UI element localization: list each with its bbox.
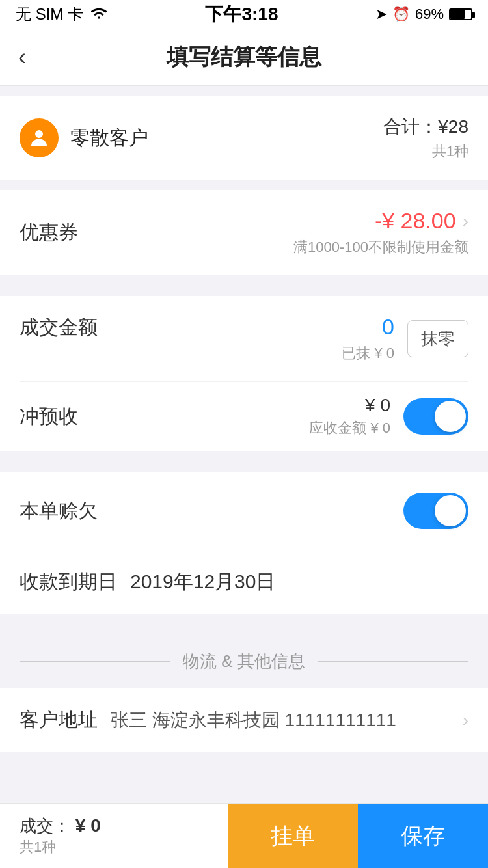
- bottom-count: 共1种: [20, 837, 208, 857]
- logistics-header: 物流 & 其他信息: [0, 634, 488, 688]
- logistics-title: 物流 & 其他信息: [183, 650, 305, 673]
- transaction-right: 0 已抹 ¥ 0 抹零: [342, 314, 468, 363]
- customer-name: 零散客户: [70, 125, 148, 152]
- time-display: 下午3:18: [205, 2, 278, 27]
- location-icon: ➤: [375, 6, 387, 23]
- coupon-chevron-icon: ›: [463, 211, 468, 232]
- customer-section: 零散客户 合计：¥28 共1种: [0, 96, 488, 180]
- battery-text: 69%: [415, 6, 444, 23]
- save-button[interactable]: 保存: [358, 804, 488, 868]
- back-button[interactable]: ‹: [18, 44, 26, 71]
- due-date-value[interactable]: 2019年12月30日: [130, 569, 275, 595]
- hang-button[interactable]: 挂单: [228, 804, 358, 868]
- nav-bar: ‹ 填写结算等信息: [0, 29, 488, 86]
- battery-icon: [449, 8, 472, 20]
- prepay-row: 冲预收 ¥ 0 应收金额 ¥ 0: [0, 382, 488, 451]
- status-right: ➤ ⏰ 69%: [375, 6, 472, 23]
- transaction-row: 成交金额 0 已抹 ¥ 0 抹零: [0, 296, 488, 381]
- total-count: 共1种: [383, 142, 468, 161]
- logistics-line-right: [318, 661, 468, 662]
- due-date-row: 收款到期日 2019年12月30日: [0, 550, 488, 614]
- customer-row: 零散客户 合计：¥28 共1种: [0, 96, 488, 180]
- address-chevron-icon: ›: [463, 710, 468, 731]
- prepay-amount: ¥ 0: [309, 395, 390, 416]
- coupon-row[interactable]: 优惠券 -¥ 28.00 › 满1000-100不限制使用金额: [0, 190, 488, 275]
- coupon-section: 优惠券 -¥ 28.00 › 满1000-100不限制使用金额: [0, 190, 488, 275]
- round-button[interactable]: 抹零: [407, 320, 468, 357]
- credit-section: 本单赊欠 收款到期日 2019年12月30日: [0, 472, 488, 614]
- transaction-amount-area: 0 已抹 ¥ 0: [342, 314, 394, 363]
- due-date-label: 收款到期日: [20, 569, 117, 595]
- section-divider-2: [0, 461, 488, 472]
- status-left: 无 SIM 卡: [16, 4, 108, 25]
- prepay-receivable: 应收金额 ¥ 0: [309, 418, 390, 438]
- prepay-toggle[interactable]: [403, 398, 468, 435]
- bottom-summary: 成交： ¥ 0 共1种: [0, 804, 228, 868]
- alarm-icon: ⏰: [392, 6, 410, 23]
- transaction-label: 成交金额: [20, 314, 98, 341]
- coupon-right: -¥ 28.00 › 满1000-100不限制使用金额: [293, 208, 468, 257]
- address-label: 客户地址: [20, 707, 98, 733]
- bottom-deal-label: 成交：: [20, 816, 70, 835]
- prepay-right: ¥ 0 应收金额 ¥ 0: [309, 395, 468, 438]
- section-divider-3: [0, 624, 488, 634]
- address-row[interactable]: 客户地址 张三 海淀永丰科技园 11111111111 ›: [0, 688, 488, 752]
- wifi-icon: [90, 5, 108, 23]
- coupon-amount: -¥ 28.00: [375, 208, 456, 234]
- total-amount: 合计：¥28: [383, 115, 468, 139]
- customer-left: 零散客户: [20, 118, 148, 157]
- section-divider-1: [0, 286, 488, 296]
- bottom-deal-line: 成交： ¥ 0: [20, 815, 208, 837]
- credit-row: 本单赊欠: [0, 472, 488, 550]
- address-section: 客户地址 张三 海淀永丰科技园 11111111111 ›: [0, 688, 488, 752]
- status-bar: 无 SIM 卡 下午3:18 ➤ ⏰ 69%: [0, 0, 488, 29]
- bottom-deal-amount: ¥ 0: [75, 815, 101, 835]
- coupon-label: 优惠券: [20, 219, 78, 246]
- transaction-deducted: 已抹 ¥ 0: [342, 344, 394, 363]
- customer-right: 合计：¥28 共1种: [383, 115, 468, 161]
- credit-toggle[interactable]: [403, 493, 468, 529]
- prepay-label: 冲预收: [20, 403, 78, 430]
- coupon-desc: 满1000-100不限制使用金额: [293, 237, 468, 257]
- page-title: 填写结算等信息: [167, 42, 321, 72]
- transaction-amount[interactable]: 0: [382, 314, 394, 340]
- svg-point-0: [35, 130, 43, 138]
- logistics-line-left: [20, 661, 170, 662]
- credit-label: 本单赊欠: [20, 498, 98, 524]
- bottom-bar: 成交： ¥ 0 共1种 挂单 保存: [0, 803, 488, 868]
- carrier-text: 无 SIM 卡: [16, 4, 83, 25]
- avatar: [20, 118, 59, 157]
- prepay-amounts: ¥ 0 应收金额 ¥ 0: [309, 395, 390, 438]
- transaction-section: 成交金额 0 已抹 ¥ 0 抹零 冲预收 ¥ 0 应收金额 ¥ 0: [0, 296, 488, 451]
- address-value: 张三 海淀永丰科技园 11111111111: [111, 708, 456, 733]
